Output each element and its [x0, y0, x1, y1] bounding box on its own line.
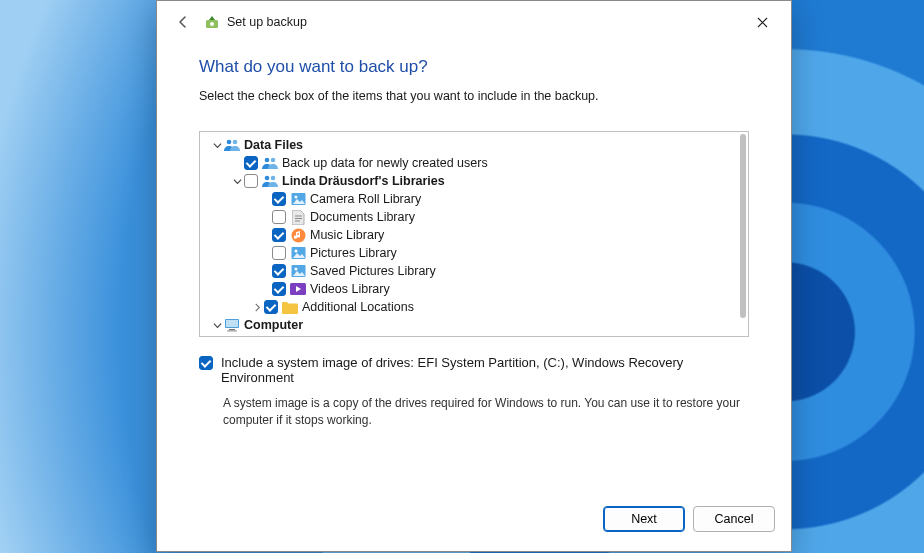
users-icon — [224, 137, 240, 153]
tree-label: Additional Locations — [302, 301, 414, 314]
window-title: Set up backup — [227, 15, 307, 29]
titlebar: Set up backup — [157, 1, 791, 43]
svg-point-6 — [265, 176, 270, 181]
video-icon — [290, 281, 306, 297]
chevron-right-icon[interactable] — [250, 303, 264, 312]
svg-point-7 — [271, 176, 276, 181]
picture-icon — [290, 191, 306, 207]
tree-node-camera-roll[interactable]: Camera Roll Library — [204, 190, 726, 208]
tree-label: Saved Pictures Library — [310, 265, 436, 278]
tree-label: Data Files — [244, 139, 303, 152]
tree-node-data-files[interactable]: Data Files — [204, 136, 726, 154]
chevron-down-icon[interactable] — [230, 177, 244, 186]
svg-rect-19 — [227, 330, 237, 331]
tree-label: Pictures Library — [310, 247, 397, 260]
music-icon — [290, 227, 306, 243]
cancel-button[interactable]: Cancel — [693, 506, 775, 532]
system-image-option[interactable]: Include a system image of drives: EFI Sy… — [199, 355, 749, 385]
desktop-background: Set up backup What do you want to back u… — [0, 0, 924, 553]
next-button[interactable]: Next — [603, 506, 685, 532]
page-heading: What do you want to back up? — [199, 57, 749, 77]
svg-point-4 — [265, 158, 270, 163]
svg-point-14 — [294, 268, 297, 271]
checkbox-new-users[interactable] — [244, 156, 258, 170]
tree-node-computer[interactable]: Computer — [204, 316, 726, 334]
svg-point-12 — [294, 250, 297, 253]
scrollbar-thumb[interactable] — [740, 134, 746, 318]
svg-point-1 — [210, 22, 214, 26]
svg-point-9 — [294, 196, 297, 199]
picture-icon — [290, 245, 306, 261]
svg-rect-17 — [226, 320, 238, 327]
checkbox-videos[interactable] — [272, 282, 286, 296]
tree-label: Computer — [244, 319, 303, 332]
tree-node-pictures[interactable]: Pictures Library — [204, 244, 726, 262]
tree-node-additional-locations[interactable]: Additional Locations — [204, 298, 726, 316]
document-icon — [290, 209, 306, 225]
checkbox-music[interactable] — [272, 228, 286, 242]
svg-point-3 — [233, 140, 238, 145]
tree-node-videos[interactable]: Videos Library — [204, 280, 726, 298]
chevron-down-icon[interactable] — [210, 321, 224, 330]
tree-label: Documents Library — [310, 211, 415, 224]
tree-node-documents[interactable]: Documents Library — [204, 208, 726, 226]
system-image-note: A system image is a copy of the drives r… — [223, 395, 749, 430]
svg-point-2 — [227, 140, 232, 145]
tree-label: Videos Library — [310, 283, 390, 296]
picture-icon — [290, 263, 306, 279]
close-button[interactable] — [739, 7, 785, 37]
folder-icon — [282, 299, 298, 315]
checkbox-pictures[interactable] — [272, 246, 286, 260]
backup-wizard-dialog: Set up backup What do you want to back u… — [156, 0, 792, 552]
checkbox-camera-roll[interactable] — [272, 192, 286, 206]
tree-label: Music Library — [310, 229, 384, 242]
checkbox-additional-locations[interactable] — [264, 300, 278, 314]
backup-app-icon — [203, 13, 221, 31]
computer-icon — [224, 317, 240, 333]
svg-rect-18 — [229, 329, 235, 330]
users-icon — [262, 155, 278, 171]
checkbox-system-image[interactable] — [199, 356, 213, 370]
tree-label: Back up data for newly created users — [282, 157, 488, 170]
checkbox-saved-pictures[interactable] — [272, 264, 286, 278]
tree-node-saved-pictures[interactable]: Saved Pictures Library — [204, 262, 726, 280]
tree-scrollbar[interactable] — [730, 134, 746, 334]
svg-point-5 — [271, 158, 276, 163]
tree-node-user-libraries[interactable]: Linda Dräusdorf's Libraries — [204, 172, 726, 190]
system-image-label: Include a system image of drives: EFI Sy… — [221, 355, 749, 385]
tree-node-music[interactable]: Music Library — [204, 226, 726, 244]
dialog-footer: Next Cancel — [157, 495, 791, 551]
tree-label: Camera Roll Library — [310, 193, 421, 206]
checkbox-user-libraries[interactable] — [244, 174, 258, 188]
tree-label: Linda Dräusdorf's Libraries — [282, 175, 445, 188]
page-subtext: Select the check box of the items that y… — [199, 89, 749, 103]
users-icon — [262, 173, 278, 189]
backup-items-tree: Data Files Back up data for newly create… — [199, 131, 749, 337]
chevron-down-icon[interactable] — [210, 141, 224, 150]
checkbox-documents[interactable] — [272, 210, 286, 224]
back-button[interactable] — [171, 10, 195, 34]
tree-node-new-users[interactable]: Back up data for newly created users — [204, 154, 726, 172]
